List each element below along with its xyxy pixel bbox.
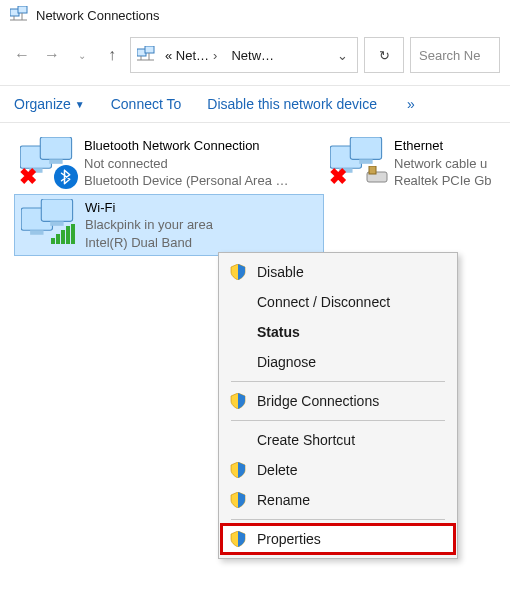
shield-icon <box>229 264 247 280</box>
adapter-device: Realtek PCIe Gb <box>394 172 492 190</box>
ctx-label: Rename <box>257 492 310 508</box>
disconnected-x-icon: ✖ <box>18 167 38 187</box>
adapter-item-ethernet[interactable]: ✖ Ethernet Network cable u Realtek PCIe … <box>324 133 510 194</box>
adapter-status: Network cable u <box>394 155 492 173</box>
ctx-label: Connect / Disconnect <box>257 294 390 310</box>
adapter-device: Intel(R) Dual Band <box>85 234 213 252</box>
breadcrumb-seg-1[interactable]: « Net… › <box>159 46 223 65</box>
separator <box>231 420 445 421</box>
content-area: ✖ Bluetooth Network Connection Not conne… <box>0 123 510 256</box>
disconnected-x-icon: ✖ <box>328 167 348 187</box>
recent-locations-button[interactable]: ⌄ <box>70 43 94 67</box>
organize-menu[interactable]: Organize ▼ <box>14 96 85 112</box>
adapter-name: Ethernet <box>394 137 492 155</box>
ethernet-plug-icon <box>366 166 390 187</box>
adapter-item-wifi[interactable]: Wi-Fi Blackpink in your area Intel(R) Du… <box>14 194 324 257</box>
shield-icon <box>229 492 247 508</box>
ctx-rename[interactable]: Rename <box>221 485 455 515</box>
ctx-delete[interactable]: Delete <box>221 455 455 485</box>
ctx-properties[interactable]: Properties <box>221 524 455 554</box>
search-placeholder: Search Ne <box>419 48 480 63</box>
bluetooth-icon <box>54 165 78 189</box>
shield-icon <box>229 462 247 478</box>
address-bar[interactable]: « Net… › Netw… ⌄ <box>130 37 358 73</box>
ctx-label: Properties <box>257 531 321 547</box>
overflow-button[interactable]: » <box>407 96 415 112</box>
wifi-signal-icon <box>51 224 77 249</box>
ctx-diagnose[interactable]: Diagnose <box>221 347 455 377</box>
chevron-down-icon: ▼ <box>75 99 85 110</box>
nav-row: ← → ⌄ ↑ « Net… › Netw… ⌄ ↻ Search Ne <box>0 33 510 86</box>
window-title: Network Connections <box>36 8 160 23</box>
adapter-icon: ✖ <box>330 137 384 185</box>
title-bar: Network Connections <box>0 0 510 33</box>
ctx-status[interactable]: Status <box>221 317 455 347</box>
shield-icon <box>229 393 247 409</box>
disable-label: Disable this network device <box>207 96 377 112</box>
adapter-name: Wi-Fi <box>85 199 213 217</box>
ctx-label: Status <box>257 324 300 340</box>
ctx-label: Delete <box>257 462 297 478</box>
context-menu: Disable Connect / Disconnect Status Diag… <box>218 252 458 559</box>
ctx-bridge-connections[interactable]: Bridge Connections <box>221 386 455 416</box>
up-button[interactable]: ↑ <box>100 43 124 67</box>
adapter-item-bluetooth[interactable]: ✖ Bluetooth Network Connection Not conne… <box>14 133 324 194</box>
ncpa-icon <box>137 46 155 65</box>
shield-icon <box>229 531 247 547</box>
ctx-create-shortcut[interactable]: Create Shortcut <box>221 425 455 455</box>
connect-to-button[interactable]: Connect To <box>111 96 182 112</box>
refresh-button[interactable]: ↻ <box>364 37 404 73</box>
adapter-status: Not connected <box>84 155 289 173</box>
breadcrumb-label: « Net… <box>165 48 209 63</box>
ctx-connect-disconnect[interactable]: Connect / Disconnect <box>221 287 455 317</box>
address-dropdown-button[interactable]: ⌄ <box>331 48 353 63</box>
ncpa-icon <box>10 6 28 25</box>
breadcrumb-label: Netw… <box>231 48 274 63</box>
ctx-label: Diagnose <box>257 354 316 370</box>
connect-to-label: Connect To <box>111 96 182 112</box>
command-bar: Organize ▼ Connect To Disable this netwo… <box>0 86 510 123</box>
chevron-right-icon[interactable]: › <box>213 48 217 63</box>
organize-label: Organize <box>14 96 71 112</box>
separator <box>231 381 445 382</box>
ctx-label: Create Shortcut <box>257 432 355 448</box>
adapter-name: Bluetooth Network Connection <box>84 137 289 155</box>
forward-button[interactable]: → <box>40 43 64 67</box>
ctx-disable[interactable]: Disable <box>221 257 455 287</box>
back-button[interactable]: ← <box>10 43 34 67</box>
adapter-status: Blackpink in your area <box>85 216 213 234</box>
disable-device-button[interactable]: Disable this network device <box>207 96 377 112</box>
ctx-label: Disable <box>257 264 304 280</box>
search-input[interactable]: Search Ne <box>410 37 500 73</box>
ctx-label: Bridge Connections <box>257 393 379 409</box>
adapter-device: Bluetooth Device (Personal Area … <box>84 172 289 190</box>
breadcrumb-seg-2[interactable]: Netw… <box>225 46 280 65</box>
adapter-icon: ✖ <box>20 137 74 185</box>
adapter-icon <box>21 199 75 247</box>
separator <box>231 519 445 520</box>
